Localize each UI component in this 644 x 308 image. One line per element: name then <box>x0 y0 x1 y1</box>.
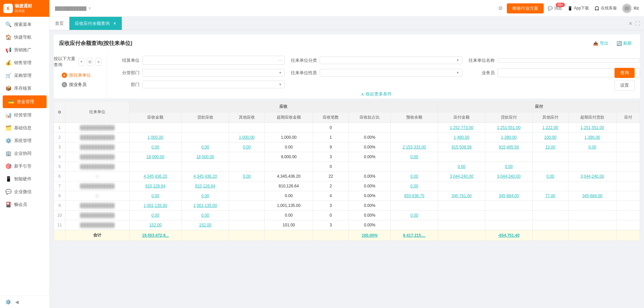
export-button[interactable]: 📤 导出 <box>590 39 611 48</box>
corp-icon: 🏢 <box>5 150 11 157</box>
data-table: ⚙ 往来单位 应收 应付 应收金额 贷款应收 其他应收 超期应收金额 应收笔数 … <box>54 101 640 241</box>
table-row: 9████████████1,001,135.001,001,135.001,0… <box>54 201 640 211</box>
sidebar-item-hardware[interactable]: 📱 智能硬件 <box>0 173 49 185</box>
ar-tab-label: 应收应付余额查询 <box>75 20 110 27</box>
refresh-icon: 🔄 <box>616 41 622 46</box>
filter-label-dept: 部门 <box>113 82 140 88</box>
scheme-item-byunit[interactable]: ⊕ 按往来单位 <box>59 71 102 79</box>
sidebar-item-basic[interactable]: 🗂️ 基础信息 <box>0 122 49 134</box>
table-row: 8p0.000.000.0040.00%655,636.75345,761.00… <box>54 191 640 201</box>
footer-collapse-icon[interactable]: ◀ <box>15 299 19 305</box>
col-ap-extra: 应付 <box>616 112 640 123</box>
export-icon: 📤 <box>593 41 598 46</box>
table-row: 1████████████01,252,773.001,251,551.001,… <box>54 123 640 133</box>
page-title: 应收应付余额查询(按往来单位) <box>59 40 132 47</box>
sidebar-item-member[interactable]: 🎴 畅会员 <box>0 198 49 211</box>
tab-close-icon[interactable]: ✕ <box>113 21 116 26</box>
filter-layout: 按以下方案查询 + ⊙ « ⊕ 按往来单位 ⊙ 按业务员 <box>54 52 640 98</box>
chevron-down-icon-2: ▼ <box>278 71 282 75</box>
filter-input-department[interactable]: ▼ <box>142 69 285 77</box>
table-row: 4████████████18,000.0018,000.009,000.003… <box>54 152 640 162</box>
query-button[interactable]: 查询 <box>614 68 635 78</box>
topbar-right: 💬 消息 99+ 📱 App下载 🎧 在线客服 ██ Rit <box>548 4 639 13</box>
filter-toolbar-label: 按以下方案查询 <box>54 56 76 68</box>
cta-button[interactable]: 体验行业方案 <box>507 3 544 13</box>
filter-input-settlement[interactable]: ··· <box>142 56 285 65</box>
tab-home[interactable]: 首页 <box>50 17 69 30</box>
filter-dots-icon: ··· <box>278 58 282 63</box>
sidebar-item-guide[interactable]: 🎯 新手引导 <box>0 160 49 173</box>
message-button[interactable]: 💬 消息 99+ <box>548 5 562 11</box>
table-row: 6v4,345,436.204,345,436.200.004,345,436.… <box>54 172 640 181</box>
sidebar-item-wechat[interactable]: 💬 企业微信 <box>0 185 49 198</box>
filter-input-dept[interactable]: ▼ <box>142 81 285 88</box>
page-container: 应收应付余额查询(按往来单位) 📤 导出 🔄 刷新 <box>50 30 644 245</box>
home-tab-label: 首页 <box>55 20 64 27</box>
collapse-button[interactable]: ∧ 收起更多条件 <box>113 88 640 98</box>
sidebar-item-purchase[interactable]: 🛒 采购管理 <box>0 69 49 82</box>
hardware-icon: 📱 <box>5 176 11 182</box>
footer-ap-advance[interactable]: 6,417,215.... <box>391 230 438 241</box>
filter-label-settlement: 结算单位 <box>113 57 140 63</box>
sidebar-item-quicknav[interactable]: 🏠 快捷导航 <box>0 31 49 44</box>
tabbar-actions: ✕ ⛶ <box>625 17 644 30</box>
breadcrumb-arrow: ▼ <box>88 6 92 11</box>
collapse-scheme-button[interactable]: « <box>96 58 102 66</box>
filter-input-unitcategory[interactable]: ▼ <box>320 56 462 64</box>
page-header: 应收应付余额查询(按往来单位) 📤 导出 🔄 刷新 <box>54 34 640 48</box>
service-button[interactable]: 🎧 在线客服 <box>594 5 617 11</box>
query-buttons: 查询 设置 <box>614 68 635 91</box>
table-footer-row: 合计 19,553,472,6... 100.00% 6,417,215....… <box>54 230 640 241</box>
sidebar-item-corp[interactable]: 🏢 企业协同 <box>0 147 49 160</box>
member-icon: 🎴 <box>5 202 11 208</box>
sidebar-item-marketing[interactable]: 📢 营销推广 <box>0 44 49 56</box>
refresh-button[interactable]: 🔄 刷新 <box>614 39 635 48</box>
app-download-button[interactable]: 📱 App下载 <box>568 5 589 11</box>
app-edition: 标准版 <box>15 9 32 13</box>
tab-close-all-icon[interactable]: ✕ <box>629 21 633 26</box>
tab-ar-balance[interactable]: 应收应付余额查询 ✕ <box>69 17 122 30</box>
filter-input-unitnature[interactable]: ▼ <box>320 69 462 77</box>
footer-label: 合计 <box>65 230 129 241</box>
topbar-settings-icon[interactable]: ⚙ <box>498 5 503 11</box>
system-icon: ⚙️ <box>5 138 11 144</box>
tabbar: 首页 应收应付余额查询 ✕ ✕ ⛶ <box>50 17 644 30</box>
username: Rit <box>634 6 639 11</box>
sidebar-item-finance[interactable]: 💳 资金管理 <box>3 95 47 108</box>
table-container: ⚙ 往来单位 应收 应付 应收金额 贷款应收 其他应收 超期应收金额 应收笔数 … <box>54 101 640 241</box>
footer-ar-total[interactable]: 19,553,472,6... <box>129 230 181 241</box>
footer-ap-loan[interactable]: -654,751.40 <box>485 230 532 241</box>
table-row: 3████████████0.000.000.000.0090.00%2,153… <box>54 142 640 152</box>
add-scheme-button[interactable]: + <box>78 58 85 66</box>
filter-row-dept: 部门 ▼ <box>113 81 285 88</box>
sidebar-footer: ⚙️ ◀ <box>0 296 49 308</box>
purchase-icon: 🛒 <box>5 73 11 79</box>
table-row: 10████████████0.000.000.0000.00%0.00 <box>54 211 640 220</box>
col-ar-loan: 贷款应收 <box>181 112 229 123</box>
sidebar-item-system[interactable]: ⚙️ 系统管理 <box>0 134 49 147</box>
settings-col-header[interactable]: ⚙ <box>54 101 65 123</box>
col-ar-overdue: 超期应收金额 <box>265 112 313 123</box>
filter-input-unitname[interactable] <box>497 58 640 62</box>
filter-row-unitcategory: 往来单位分类 ▼ <box>290 56 462 65</box>
user-menu[interactable]: ██ Rit <box>622 4 639 13</box>
chevron-down-icon-3: ▼ <box>456 71 460 75</box>
filter-label-unitnature: 往来单位性质 <box>290 70 317 76</box>
sidebar-item-operation[interactable]: 📊 经营管理 <box>0 109 49 122</box>
filter-row-department: 分管部门 ▼ <box>113 68 285 77</box>
home-icon: 🏠 <box>5 34 11 40</box>
search-icon: 🔍 <box>5 21 11 28</box>
sidebar-item-inventory[interactable]: 📦 库存核算 <box>0 82 49 95</box>
tab-maximize-icon[interactable]: ⛶ <box>635 21 640 26</box>
sidebar-item-sales[interactable]: 💰 销售管理 <box>0 56 49 69</box>
scheme-item-bysalesman[interactable]: ⊙ 按业务员 <box>59 81 102 89</box>
filter-right: 结算单位 ··· 往来单位分类 ▼ <box>107 52 640 98</box>
settings-button[interactable]: 设置 <box>614 80 635 91</box>
operation-icon: 📊 <box>5 112 11 118</box>
sidebar-item-search[interactable]: 🔍 搜索菜单 <box>0 18 49 31</box>
footer-settings-icon[interactable]: ⚙️ <box>5 299 11 305</box>
topbar: ████████████ ▼ ⚙ 体验行业方案 💬 消息 99+ 📱 App下载… <box>50 0 644 17</box>
ar-group-header: 应收 <box>129 101 438 112</box>
settings-scheme-button[interactable]: ⊙ <box>87 58 93 66</box>
guide-icon: 🎯 <box>5 163 11 169</box>
